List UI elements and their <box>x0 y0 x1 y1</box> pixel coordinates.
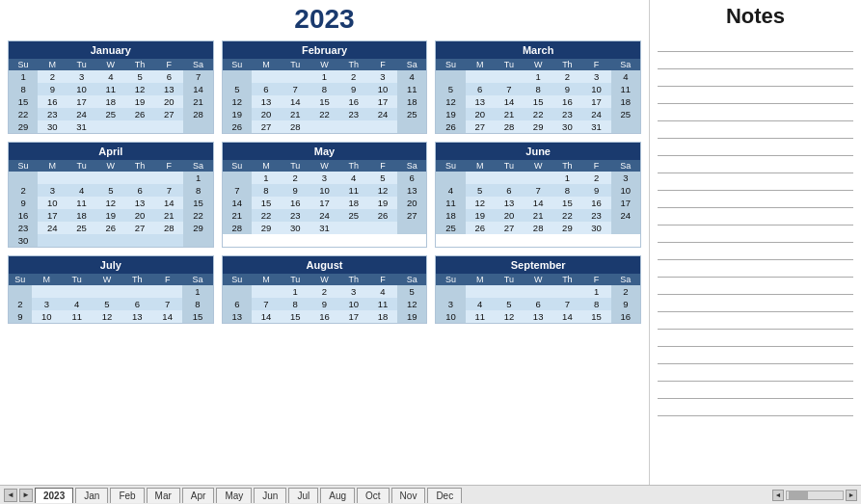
calendar-day[interactable]: 24 <box>611 209 640 222</box>
calendar-day[interactable]: 11 <box>67 197 95 209</box>
calendar-day[interactable]: 6 <box>397 172 426 184</box>
calendar-day[interactable]: 6 <box>154 70 183 83</box>
calendar-day[interactable]: 2 <box>281 172 309 184</box>
calendar-day[interactable]: 1 <box>252 172 281 184</box>
calendar-day[interactable]: 30 <box>552 120 581 133</box>
calendar-day[interactable]: 24 <box>368 108 397 120</box>
calendar-day[interactable]: 5 <box>495 298 524 310</box>
calendar-day[interactable]: 13 <box>223 310 252 323</box>
calendar-day[interactable]: 4 <box>96 70 125 83</box>
calendar-day[interactable]: 25 <box>397 108 426 120</box>
calendar-day[interactable]: 3 <box>32 298 62 310</box>
notes-line[interactable] <box>658 364 853 382</box>
calendar-day[interactable]: 18 <box>397 95 426 108</box>
calendar-day[interactable]: 11 <box>436 197 465 209</box>
calendar-day[interactable]: 26 <box>223 120 252 133</box>
calendar-day[interactable]: 18 <box>67 209 95 222</box>
calendar-day[interactable]: 2 <box>611 285 640 298</box>
calendar-day[interactable]: 10 <box>368 83 397 95</box>
tab-item-dec[interactable]: Dec <box>427 488 462 503</box>
calendar-day[interactable]: 4 <box>368 285 397 298</box>
calendar-day[interactable]: 22 <box>252 209 281 222</box>
notes-line[interactable] <box>658 399 853 416</box>
calendar-day[interactable]: 28 <box>154 222 183 234</box>
calendar-day[interactable]: 15 <box>552 197 581 209</box>
calendar-day[interactable]: 13 <box>154 83 183 95</box>
calendar-day[interactable]: 16 <box>309 310 338 323</box>
calendar-day[interactable]: 8 <box>582 298 611 310</box>
calendar-day[interactable]: 18 <box>339 197 368 209</box>
calendar-day[interactable]: 13 <box>524 310 552 323</box>
notes-line[interactable] <box>658 208 853 225</box>
calendar-day[interactable]: 4 <box>62 298 92 310</box>
calendar-day[interactable]: 4 <box>436 184 465 197</box>
calendar-day[interactable]: 13 <box>397 184 426 197</box>
calendar-day[interactable]: 8 <box>552 184 581 197</box>
calendar-day[interactable]: 7 <box>524 184 552 197</box>
tab-item-2023[interactable]: 2023 <box>35 488 73 503</box>
calendar-day[interactable]: 14 <box>524 197 552 209</box>
calendar-day[interactable]: 12 <box>397 298 426 310</box>
calendar-day[interactable]: 22 <box>552 209 581 222</box>
calendar-day[interactable]: 9 <box>309 298 338 310</box>
calendar-day[interactable]: 25 <box>96 108 125 120</box>
calendar-day[interactable]: 19 <box>96 209 125 222</box>
calendar-day[interactable]: 12 <box>96 197 125 209</box>
calendar-day[interactable]: 26 <box>436 120 465 133</box>
calendar-day[interactable]: 11 <box>611 83 640 95</box>
calendar-day[interactable]: 22 <box>524 108 552 120</box>
notes-line[interactable] <box>658 35 853 52</box>
calendar-day[interactable]: 8 <box>281 298 309 310</box>
calendar-day[interactable]: 27 <box>252 120 281 133</box>
calendar-day[interactable]: 3 <box>368 70 397 83</box>
calendar-day[interactable]: 10 <box>32 310 62 323</box>
calendar-day[interactable]: 14 <box>152 310 182 323</box>
tab-item-jan[interactable]: Jan <box>75 488 108 503</box>
tab-item-nov[interactable]: Nov <box>391 488 426 503</box>
calendar-day[interactable]: 7 <box>183 70 212 83</box>
calendar-day[interactable]: 5 <box>368 172 397 184</box>
calendar-day[interactable]: 3 <box>67 70 95 83</box>
calendar-day[interactable]: 5 <box>92 298 121 310</box>
calendar-day[interactable]: 20 <box>397 197 426 209</box>
calendar-day[interactable]: 21 <box>154 209 183 222</box>
calendar-day[interactable]: 28 <box>183 108 212 120</box>
calendar-day[interactable]: 14 <box>154 197 183 209</box>
calendar-day[interactable]: 24 <box>67 108 95 120</box>
calendar-day[interactable]: 29 <box>9 120 38 133</box>
calendar-day[interactable]: 8 <box>182 298 212 310</box>
calendar-day[interactable]: 11 <box>96 83 125 95</box>
calendar-day[interactable]: 10 <box>38 197 67 209</box>
calendar-day[interactable]: 27 <box>495 222 524 234</box>
notes-line[interactable] <box>658 278 853 295</box>
calendar-day[interactable]: 6 <box>524 298 552 310</box>
calendar-day[interactable]: 16 <box>9 209 38 222</box>
scroll-track[interactable] <box>786 491 844 500</box>
calendar-day[interactable]: 20 <box>495 209 524 222</box>
calendar-day[interactable]: 2 <box>38 70 67 83</box>
calendar-day[interactable]: 8 <box>524 83 552 95</box>
notes-line[interactable] <box>658 104 853 121</box>
calendar-day[interactable]: 30 <box>281 222 309 234</box>
calendar-day[interactable]: 13 <box>466 95 495 108</box>
calendar-day[interactable]: 24 <box>309 209 338 222</box>
calendar-day[interactable]: 20 <box>154 95 183 108</box>
calendar-day[interactable]: 26 <box>368 209 397 222</box>
calendar-day[interactable]: 7 <box>281 83 309 95</box>
tab-item-oct[interactable]: Oct <box>357 488 390 503</box>
notes-line[interactable] <box>658 382 853 399</box>
calendar-day[interactable]: 12 <box>368 184 397 197</box>
calendar-day[interactable]: 8 <box>9 83 38 95</box>
calendar-day[interactable]: 3 <box>339 285 368 298</box>
calendar-day[interactable]: 11 <box>62 310 92 323</box>
calendar-day[interactable]: 1 <box>183 172 212 184</box>
calendar-day[interactable]: 18 <box>96 95 125 108</box>
calendar-day[interactable]: 1 <box>9 70 38 83</box>
calendar-day[interactable]: 23 <box>582 209 611 222</box>
calendar-day[interactable]: 26 <box>96 222 125 234</box>
calendar-day[interactable]: 14 <box>183 83 212 95</box>
calendar-day[interactable]: 15 <box>582 310 611 323</box>
calendar-day[interactable]: 2 <box>582 172 611 184</box>
calendar-day[interactable]: 3 <box>38 184 67 197</box>
calendar-day[interactable]: 30 <box>9 234 38 247</box>
